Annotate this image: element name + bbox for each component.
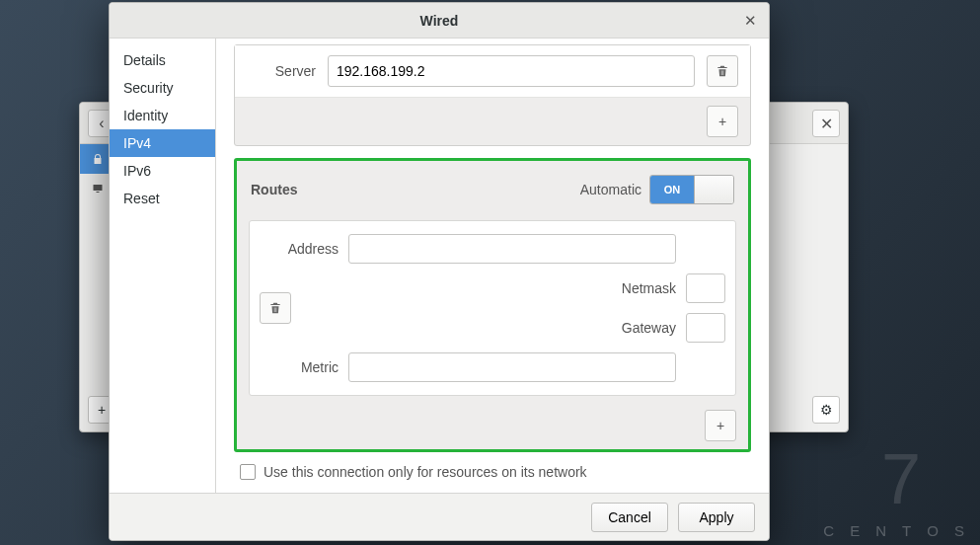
route-add-button[interactable]: + (705, 410, 736, 441)
switch-knob (694, 176, 733, 203)
route-metric-input[interactable] (348, 352, 676, 382)
parent-gear-button[interactable]: ⚙ (812, 396, 840, 424)
sidebar-item-details[interactable]: Details (110, 46, 215, 74)
centos-7: 7 (881, 438, 921, 519)
server-delete-button[interactable] (707, 55, 738, 87)
route-address-label: Address (260, 241, 339, 257)
server-label: Server (247, 63, 316, 79)
routes-automatic-label: Automatic (580, 182, 641, 197)
route-gateway-input[interactable] (686, 313, 725, 343)
route-metric-label: Metric (260, 359, 339, 375)
centos-wordmark: C E N T O S (823, 522, 970, 539)
only-resources-row[interactable]: Use this connection only for resources o… (240, 464, 745, 480)
dialog-close-button[interactable]: ✕ (741, 12, 759, 30)
lock-icon (92, 153, 104, 165)
only-resources-label: Use this connection only for resources o… (264, 464, 587, 480)
svg-rect-1 (97, 192, 100, 193)
server-add-button[interactable]: + (707, 106, 738, 137)
server-input[interactable] (328, 55, 695, 87)
dns-server-panel: Server + (234, 44, 751, 146)
settings-sidebar: Details Security Identity IPv4 IPv6 Rese… (110, 39, 216, 493)
gear-icon: ⚙ (820, 402, 833, 418)
trash-icon (716, 64, 729, 78)
svg-rect-0 (94, 185, 103, 191)
dialog-title: Wired (420, 13, 459, 29)
routes-panel: Routes Automatic ON Address Netmask (234, 158, 751, 452)
only-resources-checkbox[interactable] (240, 464, 256, 480)
sidebar-item-reset[interactable]: Reset (110, 185, 215, 212)
route-entry: Address Netmask Gateway Metr (249, 220, 736, 396)
sidebar-item-identity[interactable]: Identity (110, 102, 215, 129)
routes-heading: Routes (251, 182, 580, 197)
sidebar-item-ipv6[interactable]: IPv6 (110, 157, 215, 185)
routes-automatic-switch[interactable]: ON (649, 175, 734, 204)
plus-icon: + (716, 418, 724, 433)
route-delete-button[interactable] (260, 292, 291, 324)
trash-icon (268, 301, 282, 315)
sidebar-item-ipv4[interactable]: IPv4 (110, 129, 215, 157)
route-netmask-input[interactable] (686, 273, 725, 303)
plus-icon: + (718, 114, 726, 129)
switch-on-label: ON (650, 176, 694, 203)
dialog-footer: Cancel Apply (110, 493, 769, 540)
sidebar-item-security[interactable]: Security (110, 74, 215, 102)
route-netmask-label: Netmask (348, 280, 676, 296)
dialog-titlebar: Wired ✕ (110, 3, 769, 39)
route-gateway-label: Gateway (348, 320, 676, 336)
apply-button[interactable]: Apply (678, 503, 755, 532)
route-address-input[interactable] (348, 234, 676, 264)
parent-close-button[interactable]: ✕ (812, 110, 840, 137)
wired-settings-dialog: Wired ✕ Details Security Identity IPv4 I… (109, 2, 770, 541)
display-icon (92, 183, 104, 195)
cancel-button[interactable]: Cancel (591, 503, 668, 532)
ipv4-content-pane: Server + Routes (216, 39, 769, 493)
